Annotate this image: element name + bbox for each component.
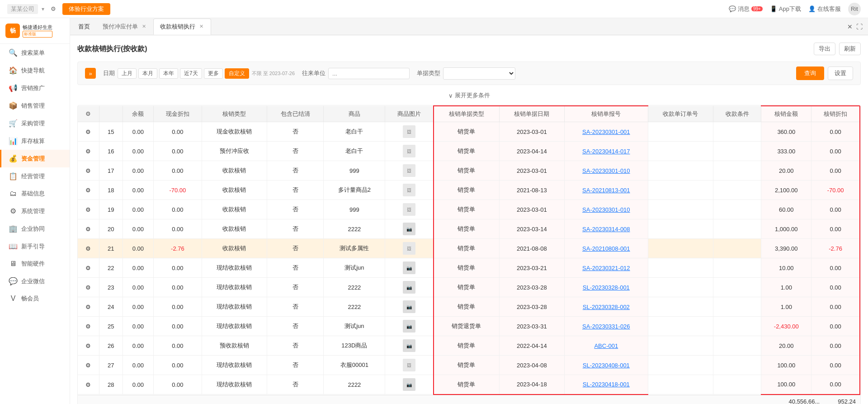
- cell-writeoff_bill_no[interactable]: SA-20230414-017: [565, 142, 648, 161]
- sidebar-item-finance[interactable]: 💰 资金管理: [0, 150, 70, 167]
- cell-writeoff_bill_no[interactable]: SL-20230418-001: [565, 375, 648, 394]
- bill-no-link[interactable]: SA-20210813-001: [582, 187, 630, 194]
- cell-settings[interactable]: ⚙: [78, 239, 99, 258]
- query-button[interactable]: 查询: [796, 67, 824, 80]
- sidebar-item-guide[interactable]: 📖 新手引导: [0, 238, 70, 255]
- cell-settings[interactable]: ⚙: [78, 297, 99, 317]
- online-service-button[interactable]: 👤 在线客服: [808, 5, 841, 13]
- filter-expand-button[interactable]: »: [85, 68, 96, 79]
- bill-no-link[interactable]: SA-20230314-008: [582, 226, 630, 233]
- expand-more-button[interactable]: ∨ 展开更多条件: [447, 90, 492, 101]
- cell-writeoff_bill_no[interactable]: SL-20230408-001: [565, 356, 648, 375]
- cell-receipt_order_no: [648, 181, 713, 200]
- cell-writeoff_bill_no[interactable]: SA-20230301-001: [565, 122, 648, 142]
- company-selector[interactable]: 某某公司: [7, 4, 38, 14]
- trial-industry-button[interactable]: 体验行业方案: [62, 3, 110, 15]
- date-btn-more[interactable]: 更多: [204, 68, 223, 79]
- bill-no-link[interactable]: SA-20230301-010: [582, 206, 630, 213]
- cell-settings[interactable]: ⚙: [78, 317, 99, 336]
- cell-writeoff_bill_no[interactable]: SL-20230328-002: [565, 297, 648, 317]
- sidebar-item-hardware[interactable]: 🖥 智能硬件: [0, 255, 70, 272]
- sidebar-item-business[interactable]: 📋 经营管理: [0, 167, 70, 185]
- cell-settings[interactable]: ⚙: [78, 336, 99, 356]
- page-header: 收款核销执行(按收款) 导出 刷新: [77, 43, 861, 55]
- tab-collection[interactable]: 收款核销执行✕: [153, 19, 211, 35]
- cell-cash_discount: 0.00: [154, 258, 202, 278]
- cell-settings[interactable]: ⚙: [78, 181, 99, 200]
- bill-no-link[interactable]: SL-20230408-001: [583, 362, 630, 369]
- date-btn-7days[interactable]: 近7天: [180, 68, 202, 79]
- sidebar-item-search[interactable]: 🔍 搜索菜单: [0, 44, 70, 62]
- top-bar: 某某公司 ▾ ⚙ 体验行业方案 💬 消息 99+ 📱 App下载 👤 在线客服 …: [0, 0, 868, 18]
- date-btn-custom[interactable]: 自定义: [225, 68, 249, 79]
- sidebar-item-wechat[interactable]: 💬 企业微信: [0, 272, 70, 290]
- cell-writeoff_amount: 1,000.00: [761, 219, 811, 239]
- sidebar-item-system[interactable]: ⚙ 系统管理: [0, 202, 70, 220]
- sidebar-item-base[interactable]: 🗂 基础信息: [0, 185, 70, 202]
- sidebar-item-purchase[interactable]: 🛒 采购管理: [0, 114, 70, 132]
- cell-writeoff_bill_no[interactable]: SA-20210808-001: [565, 239, 648, 258]
- cell-writeoff_bill_no[interactable]: SL-20230328-001: [565, 278, 648, 297]
- cell-settings[interactable]: ⚙: [78, 142, 99, 161]
- notification-button[interactable]: 💬 消息 99+: [729, 5, 763, 13]
- cell-writeoff_bill_no[interactable]: SA-20230321-012: [565, 258, 648, 278]
- service-icon: 👤: [808, 5, 816, 12]
- bill-no-link[interactable]: SL-20230328-001: [583, 284, 630, 291]
- cell-settings[interactable]: ⚙: [78, 200, 99, 219]
- date-btn-this-year[interactable]: 本年: [159, 68, 178, 79]
- gear-icon[interactable]: ⚙: [48, 4, 59, 14]
- cell-settings[interactable]: ⚙: [78, 258, 99, 278]
- expand-tab-icon[interactable]: ⛶: [856, 23, 863, 30]
- enterprise-icon: 🏢: [9, 224, 18, 233]
- bill-no-link[interactable]: SA-20230321-012: [582, 265, 630, 271]
- sidebar-item-enterprise[interactable]: 🏢 企业协同: [0, 220, 70, 238]
- cell-writeoff_bill_type: 销货单: [434, 356, 499, 375]
- cell-settings[interactable]: ⚙: [78, 375, 99, 394]
- avatar[interactable]: Rit: [848, 3, 861, 15]
- cell-settings[interactable]: ⚙: [78, 219, 99, 239]
- cell-writeoff_bill_no[interactable]: ABC-001: [565, 336, 648, 356]
- cell-writeoff_amount: 60.00: [761, 200, 811, 219]
- partner-input[interactable]: [328, 68, 410, 79]
- app-download-button[interactable]: 📱 App下载: [770, 5, 801, 13]
- close-tab-icon[interactable]: ✕: [847, 23, 853, 30]
- sidebar-item-shortcut[interactable]: 🏠 快捷导航: [0, 62, 70, 79]
- sidebar-item-marketing[interactable]: 📢 营销推广: [0, 79, 70, 97]
- bill-no-link[interactable]: SL-20230328-002: [583, 304, 630, 310]
- bill-no-link[interactable]: SL-20230418-001: [583, 381, 630, 388]
- cell-writeoff_bill_no[interactable]: SA-20230301-010: [565, 200, 648, 219]
- filter-settings-button[interactable]: 设置: [828, 67, 853, 80]
- cell-writeoff_bill_no[interactable]: SA-20230331-026: [565, 317, 648, 336]
- cell-receipt_order_no: [648, 258, 713, 278]
- bill-no-link[interactable]: SA-20230301-010: [582, 167, 630, 174]
- cell-settings[interactable]: ⚙: [78, 278, 99, 297]
- bill-no-link[interactable]: SA-20210808-001: [582, 245, 630, 252]
- tab-home[interactable]: 首页: [72, 19, 96, 35]
- billtype-select[interactable]: [443, 67, 515, 80]
- cell-settings[interactable]: ⚙: [78, 161, 99, 181]
- sidebar-item-sales[interactable]: 📦 销售管理: [0, 97, 70, 114]
- tab-close-icon[interactable]: ✕: [198, 24, 204, 30]
- app-icon: 📱: [770, 5, 777, 12]
- cell-settings[interactable]: ⚙: [78, 356, 99, 375]
- sidebar-item-member[interactable]: V 畅会员: [0, 290, 70, 307]
- cell-settings[interactable]: ⚙: [78, 122, 99, 142]
- bill-no-link[interactable]: SA-20230414-017: [582, 148, 630, 155]
- cell-included: 否: [267, 278, 323, 297]
- tab-close-icon[interactable]: ✕: [141, 24, 147, 30]
- refresh-button[interactable]: 刷新: [839, 43, 861, 55]
- cell-write_off_type: 收款核销: [202, 181, 267, 200]
- bill-no-link[interactable]: ABC-001: [594, 342, 618, 349]
- cell-writeoff_bill_no[interactable]: SA-20230314-008: [565, 219, 648, 239]
- product-image: 🖼: [403, 359, 415, 371]
- export-button[interactable]: 导出: [814, 43, 835, 55]
- cell-write_off_type: 预收款核销: [202, 336, 267, 356]
- cell-writeoff_bill_no[interactable]: SA-20210813-001: [565, 181, 648, 200]
- bill-no-link[interactable]: SA-20230301-001: [582, 128, 630, 135]
- cell-writeoff_bill_no[interactable]: SA-20230301-010: [565, 161, 648, 181]
- date-btn-last-month[interactable]: 上月: [118, 68, 137, 79]
- sidebar-item-inventory[interactable]: 📊 库存核算: [0, 132, 70, 150]
- date-btn-this-month[interactable]: 本月: [138, 68, 157, 79]
- tab-prepay[interactable]: 预付冲应付单✕: [96, 19, 153, 35]
- bill-no-link[interactable]: SA-20230331-026: [582, 323, 630, 330]
